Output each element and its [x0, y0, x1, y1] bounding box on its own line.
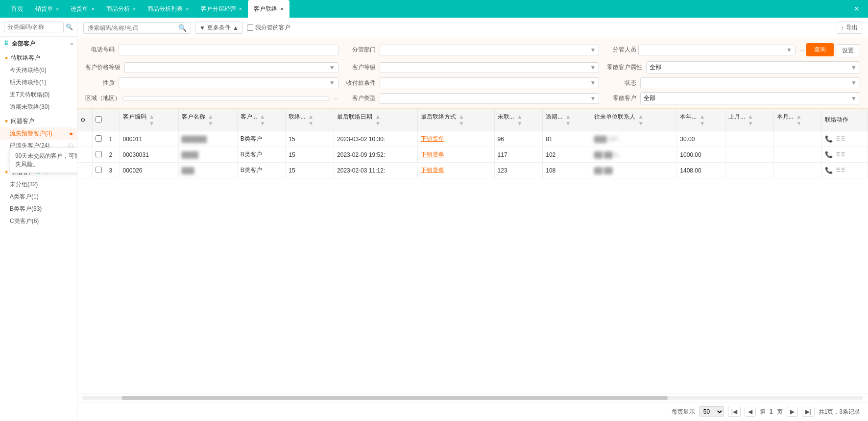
th-code[interactable]: 客户编码 ▲▼ — [120, 109, 178, 131]
th-contact[interactable]: 联络... ▲▼ — [286, 109, 334, 131]
td-settings-2 — [77, 163, 92, 178]
grade-select[interactable]: ▼ — [380, 62, 600, 73]
dept-select[interactable]: ▼ — [380, 45, 600, 55]
row-checkbox-2[interactable] — [96, 167, 102, 173]
last-page-button[interactable]: ▶| — [802, 407, 815, 417]
sort-year-icon: ▲▼ — [699, 113, 705, 127]
sidebar-item-b-class[interactable]: B类客户(33) — [0, 203, 77, 215]
filter-row-status: 状态 ▼ — [607, 77, 860, 88]
tab-customer-layer[interactable]: 客户分层经营 × — [195, 0, 248, 18]
sidebar-item-a-class[interactable]: A类客户(1) — [0, 191, 77, 203]
filter-row-nature: 性质 ▼ — [85, 77, 338, 88]
td-last-contact-way-0[interactable]: 下销货单 — [417, 131, 494, 147]
th-last-contact-date[interactable]: 最后联络日期 ▲▼ — [334, 109, 418, 131]
sidebar-item-7days[interactable]: 近7天待联络(0) — [0, 89, 77, 101]
close-analysis-list-tab[interactable]: × — [186, 6, 189, 12]
more-filter-button[interactable]: ▼ 更多条件 ▲ — [195, 22, 243, 34]
grid-icon-2[interactable]: ⠿⠿ — [836, 167, 845, 174]
th-uncontacted[interactable]: 未联... ▲▼ — [494, 109, 543, 131]
horizontal-scrollbar-track[interactable] — [82, 396, 863, 400]
sidebar-item-overdue[interactable]: 逾期未联络(30) — [0, 101, 77, 113]
person-select[interactable]: ▼ — [638, 45, 796, 55]
tab-customer-contact[interactable]: 客户联络 × — [248, 0, 289, 18]
td-last-contact-way-1[interactable]: 下销货单 — [417, 147, 494, 163]
td-checkbox-1[interactable] — [92, 147, 106, 163]
payment-select[interactable]: ▼ — [380, 77, 600, 88]
grid-icon-1[interactable]: ⠿⠿ — [836, 151, 845, 158]
grid-icon-0[interactable]: ⠿⠿ — [836, 135, 845, 143]
sidebar-item-tomorrow[interactable]: 明天待联络(1) — [0, 76, 77, 89]
filter-row-price-grade: 客户价格等级 ▼ — [85, 61, 338, 74]
phone-icon-0[interactable]: 📞 — [825, 135, 833, 143]
th-type[interactable]: 客户... ▲▼ — [237, 109, 286, 131]
tab-analysis-list[interactable]: 商品分析列表 × — [142, 0, 194, 18]
tab-sales[interactable]: 销货单 × — [29, 0, 65, 18]
per-page-select[interactable]: 50 100 — [699, 406, 724, 417]
row-checkbox-1[interactable] — [96, 151, 102, 157]
prev-page-button[interactable]: ◀ — [745, 407, 756, 417]
filter-panel: 电话号码 分管部门 ▼ 分管人员 ▼ ··· 查询 设置 — [77, 38, 868, 109]
per-page-label: 每页显示 — [672, 408, 695, 416]
search-icon[interactable]: 🔍 — [178, 24, 187, 32]
th-name[interactable]: 客户名称 ▲▼ — [178, 109, 237, 131]
close-customer-contact-tab[interactable]: × — [280, 6, 283, 12]
area-dots-icon[interactable]: ··· — [334, 95, 338, 102]
tab-purchase[interactable]: 进货单 × — [65, 0, 100, 18]
my-customers-checkbox[interactable] — [247, 25, 253, 31]
scatter-select[interactable]: 全部 ▼ — [640, 92, 860, 104]
sort-lastmonth-icon: ▲▼ — [747, 113, 753, 127]
th-last-month[interactable]: 上月... ▲▼ — [725, 109, 773, 131]
th-settings[interactable]: ⚙ — [77, 109, 92, 131]
sidebar-item-ungroup[interactable]: 未分组(32) — [0, 178, 77, 191]
scatter-attr-select[interactable]: 全部 ▼ — [646, 61, 860, 74]
row-checkbox-0[interactable] — [96, 135, 102, 142]
th-unit-contact[interactable]: 往来单位联系人 ▲▼ — [591, 109, 676, 131]
nature-select[interactable]: ▼ — [119, 77, 338, 88]
th-this-year[interactable]: 本年... ▲▼ — [677, 109, 725, 131]
sidebar-search-icon[interactable]: 🔍 — [66, 24, 73, 30]
total-label: 共1页，3条记录 — [819, 408, 860, 416]
sidebar-item-churn-warning[interactable]: 流失预警客户(3) ● — [0, 127, 77, 140]
phone-icon-1[interactable]: 📞 — [825, 151, 833, 158]
sidebar-group-problem-title[interactable]: ▼ 问题客户 — [0, 115, 77, 127]
horizontal-scrollbar-thumb[interactable] — [121, 396, 668, 400]
settings-button[interactable]: 设置 — [836, 44, 860, 57]
th-overdue[interactable]: 逾期... ▲▼ — [543, 109, 591, 131]
home-tab[interactable]: 首页 — [5, 4, 29, 13]
td-last-contact-way-2[interactable]: 下销货单 — [417, 163, 494, 178]
customers-table: ⚙ 客户编码 ▲▼ 客户名称 ▲▼ 客户... ▲ — [77, 109, 868, 178]
cust-type-select[interactable]: ▼ — [380, 93, 600, 104]
area-select[interactable] — [122, 97, 330, 100]
window-close-button[interactable]: × — [850, 4, 863, 14]
nature-label: 性质 — [85, 79, 115, 87]
close-sales-tab[interactable]: × — [56, 6, 59, 12]
select-all-checkbox[interactable] — [96, 116, 102, 123]
price-grade-select[interactable]: ▼ — [124, 62, 338, 73]
phone-icon-2[interactable]: 📞 — [825, 167, 833, 174]
sidebar-group-pending-title[interactable]: ▼ 待联络客户 — [0, 52, 77, 64]
my-customers-label[interactable]: 我分管的客户 — [247, 24, 290, 32]
th-last-contact-way[interactable]: 最后联络方式 ▲▼ — [417, 109, 494, 131]
export-button[interactable]: ↑ 导出 — [837, 22, 862, 34]
all-customers-item[interactable]: ⠿ 全部客户 « — [0, 37, 77, 51]
th-checkbox[interactable] — [92, 109, 106, 131]
pagination: 每页显示 50 100 |◀ ◀ 第 1 页 ▶ ▶| 共1页，3条记录 — [77, 402, 868, 421]
close-analysis-tab[interactable]: × — [133, 6, 136, 12]
sidebar-search-input[interactable] — [4, 22, 64, 32]
sidebar-item-today[interactable]: 今天待联络(0) — [0, 64, 77, 76]
first-page-button[interactable]: |◀ — [728, 407, 741, 417]
close-purchase-tab[interactable]: × — [91, 6, 94, 12]
next-page-button[interactable]: ▶ — [787, 407, 798, 417]
status-select[interactable]: ▼ — [640, 77, 860, 88]
person-dots-icon[interactable]: ··· — [799, 47, 804, 53]
sidebar-item-c-class[interactable]: C类客户(6) — [0, 215, 77, 227]
td-checkbox-0[interactable] — [92, 131, 106, 147]
phone-input[interactable] — [119, 45, 338, 55]
close-customer-layer-tab[interactable]: × — [239, 6, 242, 12]
th-this-month[interactable]: 本月... ▲▼ — [773, 109, 822, 131]
td-checkbox-2[interactable] — [92, 163, 106, 178]
tab-analysis[interactable]: 商品分析 × — [100, 0, 142, 18]
dept-label: 分管部门 — [346, 46, 376, 54]
query-button[interactable]: 查询 — [806, 43, 834, 56]
search-input[interactable] — [88, 25, 176, 31]
